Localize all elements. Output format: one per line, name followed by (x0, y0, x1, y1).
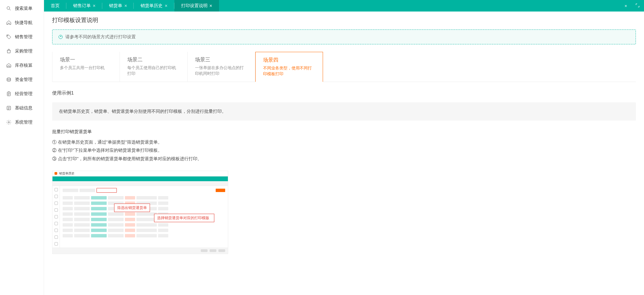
coin-icon (6, 77, 12, 82)
warehouse-icon (6, 63, 12, 68)
illu-title: 销货单历史 (59, 171, 74, 176)
sidebar-item-label: 搜索菜单 (15, 5, 33, 12)
sub-heading: 批量打印销货退货单 (52, 129, 636, 135)
tabbar-close-all-button[interactable]: × (620, 0, 631, 12)
tab-label: 销货单历史 (141, 3, 163, 9)
close-icon[interactable]: × (210, 3, 212, 8)
steps-list: ① 在销货单历史页面，通过"单据类型"筛选销货退货单。 ② 在"打印"下拉菜单中… (52, 138, 636, 163)
bag-icon (6, 48, 12, 54)
tab-label: 销货单 (109, 3, 122, 9)
tab-label: 首页 (51, 3, 60, 9)
sidebar-item-label: 库存核算 (15, 62, 33, 68)
clipboard-icon (6, 91, 12, 97)
svg-point-6 (8, 122, 9, 123)
hint-text: 请参考不同的场景方式进行打印设置 (65, 34, 136, 40)
search-icon (6, 6, 12, 11)
tabbar: 首页 销售订单 × 销货单 × 销货单历史 × 打印设置说明 × × (44, 0, 644, 12)
sidebar-item-purchase-mgmt[interactable]: 采购管理 (0, 44, 44, 58)
sidebar-item-operation-mgmt[interactable]: 经营管理 (0, 87, 44, 101)
sidebar-item-label: 经营管理 (15, 91, 33, 97)
sidebar-item-system-mgmt[interactable]: 系统管理 (0, 115, 44, 129)
sidebar-item-search[interactable]: 搜索菜单 (0, 1, 44, 16)
sidebar: 搜索菜单 快捷导航 销售管理 采购管理 库存核算 资金管理 经营管理 基础信息 (0, 0, 44, 295)
sidebar-item-label: 采购管理 (15, 48, 33, 54)
scene-title: 场景三 (195, 57, 248, 63)
scene-desc: 一张单据在多办公地点的打印机同时打印 (195, 65, 248, 77)
tag-icon (6, 34, 12, 40)
step-3: ③ 点击"打印"，则所有的销货退货单都使用销货退货单对应的模板进行打印。 (52, 155, 636, 163)
step-2: ② 在"打印"下拉菜单中选择对应的销货退货单打印模板。 (52, 146, 636, 155)
scene-tab-2[interactable]: 场景二 每个员工使用自己的打印机打印 (120, 52, 188, 82)
example-intro: 在销货单历史页，销货单、销货退货单分别使用不同的打印模板，分别进行批量打印。 (52, 102, 636, 121)
tab-home[interactable]: 首页 (44, 0, 66, 12)
step-1: ① 在销货单历史页面，通过"单据类型"筛选销货退货单。 (52, 138, 636, 147)
info-icon (6, 105, 12, 111)
svg-point-0 (7, 7, 10, 9)
svg-point-3 (7, 78, 11, 79)
sidebar-item-label: 系统管理 (15, 119, 33, 125)
sidebar-item-inventory[interactable]: 库存核算 (0, 58, 44, 72)
main-area: 首页 销售订单 × 销货单 × 销货单历史 × 打印设置说明 × × (44, 0, 644, 295)
expand-icon (635, 3, 640, 9)
gear-icon (6, 120, 12, 125)
tabbar-right-controls: × (620, 0, 644, 12)
tab-label: 打印设置说明 (181, 3, 208, 9)
sidebar-item-sales-mgmt[interactable]: 销售管理 (0, 30, 44, 44)
sidebar-item-basic-info[interactable]: 基础信息 (0, 101, 44, 115)
close-icon[interactable]: × (124, 3, 127, 8)
scene-title: 场景四 (263, 57, 315, 63)
scene-desc: 不同业务类型，使用不同打印模板打印 (263, 65, 315, 77)
scene-tab-3[interactable]: 场景三 一张单据在多办公地点的打印机同时打印 (188, 52, 255, 82)
tabbar-expand-button[interactable] (631, 0, 644, 12)
tab-sales-bill[interactable]: 销货单 × (102, 0, 134, 12)
sidebar-item-label: 基础信息 (15, 105, 33, 111)
tab-print-setup-desc[interactable]: 打印设置说明 × (174, 0, 219, 12)
scene-desc: 每个员工使用自己的打印机打印 (127, 65, 180, 77)
sidebar-item-quick-nav[interactable]: 快捷导航 (0, 16, 44, 30)
sidebar-item-label: 资金管理 (15, 77, 33, 83)
scene-title: 场景二 (127, 57, 180, 63)
page-title: 打印模板设置说明 (52, 16, 636, 24)
svg-point-2 (7, 36, 8, 36)
home-icon (6, 20, 12, 25)
close-icon[interactable]: × (165, 3, 167, 8)
illustration-screenshot: 销货单历史 (52, 171, 228, 254)
tab-label: 销售订单 (73, 3, 91, 9)
hint-icon (59, 35, 63, 39)
scene-tab-1[interactable]: 场景一 多个员工共用一台打印机 (52, 52, 120, 82)
sidebar-item-label: 销售管理 (15, 34, 33, 40)
page-content: 打印模板设置说明 请参考不同的场景方式进行打印设置 场景一 多个员工共用一台打印… (44, 12, 644, 295)
example-heading: 使用示例1 (52, 90, 636, 96)
svg-line-1 (9, 9, 10, 10)
close-icon[interactable]: × (93, 3, 95, 8)
sidebar-item-label: 快捷导航 (15, 20, 33, 26)
scene-desc: 多个员工共用一台打印机 (60, 65, 112, 71)
close-icon: × (624, 3, 627, 8)
tab-sales-order[interactable]: 销售订单 × (66, 0, 102, 12)
scene-title: 场景一 (60, 57, 112, 63)
sidebar-item-finance[interactable]: 资金管理 (0, 72, 44, 87)
scene-tabs: 场景一 多个员工共用一台打印机 场景二 每个员工使用自己的打印机打印 场景三 一… (52, 52, 636, 82)
hint-banner: 请参考不同的场景方式进行打印设置 (52, 29, 636, 44)
illu-callout-1: 筛选出销货退货单 (114, 204, 150, 212)
tab-sales-bill-history[interactable]: 销货单历史 × (134, 0, 174, 12)
scene-tab-4[interactable]: 场景四 不同业务类型，使用不同打印模板打印 (255, 52, 323, 82)
illu-callout-2: 选择销货退货单对应的打印模版 (154, 214, 214, 222)
